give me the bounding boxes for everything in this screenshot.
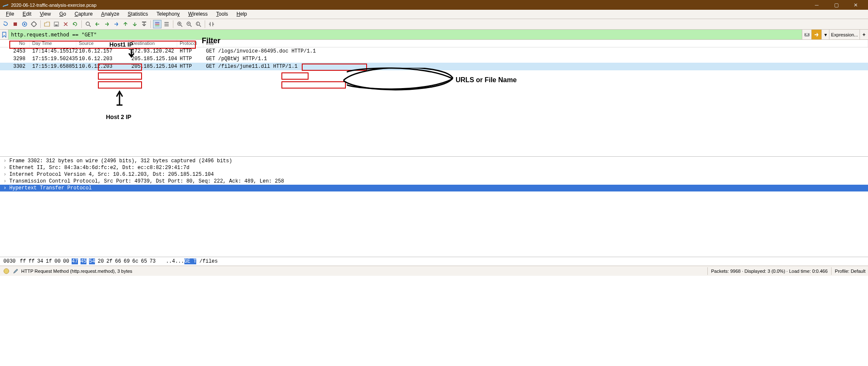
svg-point-6 — [86, 22, 89, 25]
svg-text:1: 1 — [197, 22, 198, 25]
close-file-icon[interactable] — [61, 20, 70, 28]
filter-history-dropdown[interactable]: ▾ — [821, 30, 829, 39]
svg-point-3 — [32, 22, 36, 26]
menu-capture[interactable]: Capture — [70, 10, 97, 19]
resize-columns-icon[interactable] — [207, 20, 216, 28]
svg-rect-0 — [14, 22, 17, 26]
hex-byte[interactable]: 6c — [132, 258, 138, 264]
zoom-reset-icon[interactable]: 1 — [194, 20, 203, 28]
main-toolbar: 1 — [0, 19, 868, 30]
col-header-daytime[interactable]: Day Time — [30, 40, 76, 47]
hex-byte[interactable]: 69 — [124, 258, 130, 264]
go-last-icon[interactable] — [131, 20, 139, 28]
find-packet-icon[interactable] — [84, 20, 92, 28]
hex-byte[interactable]: 34 — [37, 258, 43, 264]
packet-row[interactable]: 330217:15:19.65885110.6.12.203205.185.12… — [0, 63, 868, 70]
packet-row[interactable]: 245317:14:45.15517210.6.12.157172.93.120… — [0, 47, 868, 55]
col-header-protocol[interactable]: Protocol — [177, 40, 203, 47]
capture-options-icon[interactable] — [30, 20, 38, 28]
toggle-details-icon[interactable] — [162, 20, 171, 28]
close-button[interactable]: ✕ — [846, 0, 865, 10]
packet-row[interactable]: 329817:15:19.50243510.6.12.203205.185.12… — [0, 55, 868, 63]
detail-line[interactable]: Frame 3302: 312 bytes on wire (2496 bits… — [0, 158, 868, 164]
svg-rect-10 — [155, 25, 159, 26]
menu-statistics[interactable]: Statistics — [123, 10, 152, 19]
svg-rect-5 — [55, 25, 58, 26]
status-field-info: HTTP Request Method (http.request.method… — [21, 269, 132, 274]
stop-capture-icon[interactable] — [11, 20, 19, 28]
detail-line[interactable]: Internet Protocol Version 4, Src: 10.6.1… — [0, 171, 868, 178]
svg-rect-8 — [155, 22, 159, 23]
col-header-destination[interactable]: Destination — [129, 40, 177, 47]
svg-rect-9 — [155, 24, 159, 25]
hex-byte[interactable]: ff — [28, 258, 34, 264]
go-forward-icon[interactable] — [103, 20, 111, 28]
hex-byte[interactable]: 1f — [46, 258, 52, 264]
display-filter-input[interactable] — [8, 30, 802, 39]
status-packet-counts: Packets: 9968 · Displayed: 3 (0.0%) · Lo… — [711, 269, 828, 274]
col-header-info[interactable]: Info — [203, 40, 868, 47]
expert-info-icon[interactable] — [3, 267, 10, 275]
hex-byte[interactable]: 54 — [89, 258, 95, 264]
add-filter-button[interactable]: + — [860, 30, 868, 39]
packet-bytes-pane[interactable]: 0030 ffff341f0000474554202f66696c6573 ..… — [0, 257, 868, 266]
menu-file[interactable]: File — [2, 10, 18, 19]
go-to-packet-icon[interactable] — [112, 20, 120, 28]
hex-byte[interactable]: 45 — [81, 258, 86, 264]
svg-point-16 — [4, 269, 9, 274]
hex-offset: 0030 — [3, 258, 16, 264]
hex-byte[interactable]: 66 — [115, 258, 121, 264]
zoom-out-icon[interactable] — [185, 20, 193, 28]
go-first-icon[interactable] — [121, 20, 130, 28]
zoom-in-icon[interactable] — [175, 20, 184, 28]
menu-view[interactable]: View — [36, 10, 55, 19]
colorize-icon[interactable] — [153, 20, 161, 28]
auto-scroll-icon[interactable] — [140, 20, 148, 28]
edit-capture-comment-icon[interactable] — [12, 267, 19, 275]
menu-telephony[interactable]: Telephony — [152, 10, 184, 19]
maximize-button[interactable]: ▢ — [826, 0, 846, 10]
hex-byte[interactable]: 65 — [141, 258, 147, 264]
menu-bar: File Edit View Go Capture Analyze Statis… — [0, 10, 868, 19]
minimize-button[interactable]: ─ — [807, 0, 826, 10]
menu-tools[interactable]: Tools — [212, 10, 232, 19]
svg-rect-7 — [142, 22, 146, 22]
clear-filter-icon[interactable] — [802, 30, 811, 39]
filter-bookmark-icon[interactable] — [0, 30, 8, 39]
status-profile[interactable]: Profile: Default — [835, 269, 865, 274]
detail-line[interactable]: Transmission Control Protocol, Src Port:… — [0, 178, 868, 185]
col-header-no[interactable]: No — [0, 40, 30, 47]
hex-byte[interactable]: ff — [20, 258, 26, 264]
packet-list-header[interactable]: No Day Time Source Destination Protocol … — [0, 40, 868, 47]
restart-capture-icon[interactable] — [20, 20, 29, 28]
hex-byte[interactable]: 2f — [106, 258, 112, 264]
wireshark-icon — [3, 2, 8, 8]
menu-wireless[interactable]: Wireless — [184, 10, 212, 19]
save-file-icon[interactable] — [52, 20, 61, 28]
open-file-icon[interactable] — [43, 20, 51, 28]
menu-edit[interactable]: Edit — [18, 10, 36, 19]
packet-list-pane[interactable]: No Day Time Source Destination Protocol … — [0, 40, 868, 156]
menu-analyze[interactable]: Analyze — [97, 10, 124, 19]
apply-filter-icon[interactable] — [811, 30, 821, 39]
hex-byte[interactable]: 73 — [150, 258, 156, 264]
detail-line[interactable]: Hypertext Transfer Protocol — [0, 185, 868, 191]
status-bar: HTTP Request Method (http.request.method… — [0, 266, 868, 276]
start-capture-icon[interactable] — [2, 20, 10, 28]
detail-line[interactable]: Ethernet II, Src: 84:3a:4b:6d:fc:e2, Dst… — [0, 164, 868, 171]
svg-point-2 — [24, 23, 25, 25]
go-back-icon[interactable] — [93, 20, 102, 28]
title-bar: 2020-06-12-traffic-analysis-exercise.pca… — [0, 0, 868, 10]
menu-go[interactable]: Go — [55, 10, 70, 19]
packet-details-pane[interactable]: Frame 3302: 312 bytes on wire (2496 bits… — [0, 156, 868, 257]
reload-file-icon[interactable] — [71, 20, 79, 28]
expression-button[interactable]: Expression... — [829, 30, 860, 39]
hex-byte[interactable]: 47 — [72, 258, 78, 264]
hex-byte[interactable]: 00 — [63, 258, 69, 264]
window-title: 2020-06-12-traffic-analysis-exercise.pca… — [11, 3, 807, 8]
menu-help[interactable]: Help — [232, 10, 251, 19]
display-filter-bar: ▾ Expression... + — [0, 30, 868, 40]
hex-byte[interactable]: 00 — [54, 258, 60, 264]
col-header-source[interactable]: Source — [76, 40, 129, 47]
hex-byte[interactable]: 20 — [97, 258, 103, 264]
